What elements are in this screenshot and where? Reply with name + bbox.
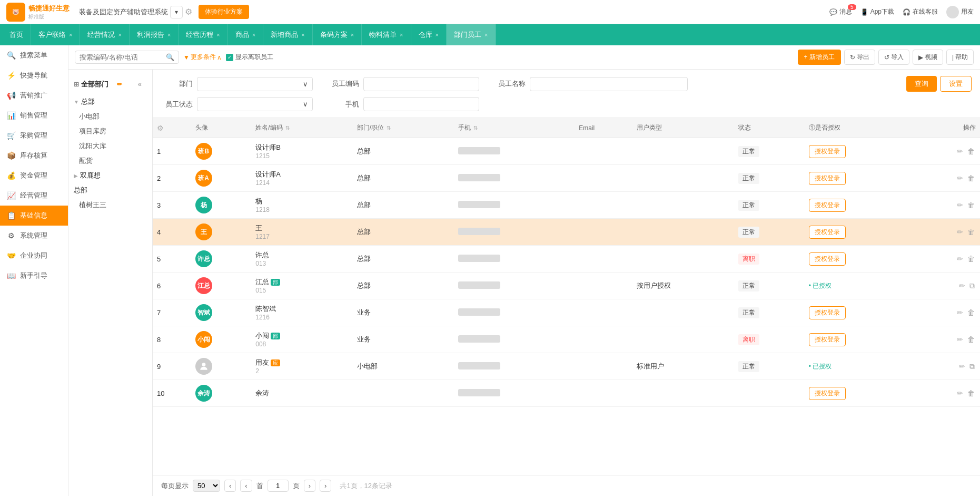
dept-collapse-icon[interactable]: « [133, 77, 147, 91]
page-number-input[interactable] [268, 480, 289, 492]
add-employee-btn[interactable]: + 新增员工 [798, 50, 841, 65]
delete-icon[interactable]: 🗑 [967, 228, 975, 236]
edit-icon[interactable]: ✏ [957, 255, 963, 263]
settings-icon[interactable]: ⚙ [185, 7, 192, 17]
app-download-btn[interactable]: 📱 App下载 [860, 7, 894, 16]
edit-icon[interactable]: ✏ [957, 147, 963, 155]
sidebar-item-collab[interactable]: 🤝 企业协同 [0, 246, 68, 266]
tab-operation[interactable]: 经营情况 × [80, 24, 129, 45]
dept-node-shenyang[interactable]: 沈阳大库 [68, 139, 152, 153]
dept-edit-icon[interactable]: ✏ [112, 77, 127, 91]
search-box[interactable]: 🔍 [75, 51, 179, 64]
sidebar-item-marketing[interactable]: 📢 营销推广 [0, 85, 68, 105]
emp-name-input[interactable] [530, 77, 688, 91]
sort-icon[interactable]: ⇅ [285, 125, 290, 131]
close-icon[interactable]: × [351, 32, 354, 38]
system-dropdown-btn[interactable]: ▾ [170, 6, 183, 18]
copy-icon[interactable]: ⧉ [969, 362, 975, 371]
edit-icon[interactable]: ✏ [957, 201, 963, 209]
edit-icon[interactable]: ✏ [959, 362, 965, 371]
authorize-btn[interactable]: 授权登录 [809, 226, 846, 239]
more-filter-btn[interactable]: ▼ 更多条件 ∧ [183, 53, 222, 62]
per-page-select[interactable]: 50 100 200 [193, 480, 220, 492]
tab-bom[interactable]: 物料清单 × [362, 24, 411, 45]
delete-icon[interactable]: 🗑 [967, 255, 975, 263]
sidebar-item-purchase[interactable]: 🛒 采购管理 [0, 125, 68, 145]
sidebar-item-bizmanage[interactable]: 📈 经营管理 [0, 186, 68, 206]
tab-barcode[interactable]: 条码方案 × [313, 24, 362, 45]
dept-group-zongbu[interactable]: ▼ 总部 [68, 94, 152, 109]
tab-customer[interactable]: 客户联络 × [31, 24, 80, 45]
tab-home[interactable]: 首页 [2, 24, 31, 45]
first-page-btn[interactable]: ‹ [224, 480, 236, 492]
emp-status-select[interactable]: ∨ [197, 97, 313, 111]
dept-group-zongbu2[interactable]: 总部 [68, 183, 152, 198]
sidebar-item-guide[interactable]: 📖 新手引导 [0, 266, 68, 286]
message-btn[interactable]: 💬 消息 5 [829, 7, 852, 16]
sort-icon[interactable]: ⇅ [473, 125, 478, 131]
search-input[interactable] [80, 53, 164, 61]
authorize-btn[interactable]: 授权登录 [809, 172, 846, 185]
export-btn[interactable]: ↻ 导出 [844, 50, 875, 65]
dept-node-peihuo[interactable]: 配货 [68, 153, 152, 168]
dept-node-xiaodibu[interactable]: 小电部 [68, 109, 152, 124]
search-submit-icon[interactable]: 🔍 [166, 53, 174, 61]
query-btn[interactable]: 查询 [906, 76, 937, 92]
close-icon[interactable]: × [301, 32, 304, 38]
dept-node-xiangmu[interactable]: 项目库房 [68, 124, 152, 139]
video-btn[interactable]: ▶ 视频 [913, 50, 943, 65]
edit-icon[interactable]: ✏ [957, 389, 963, 397]
sidebar-item-sales[interactable]: 📊 销售管理 [0, 105, 68, 125]
phone-input[interactable] [363, 97, 479, 111]
edit-icon[interactable]: ✏ [957, 308, 963, 317]
dept-select[interactable]: ∨ [197, 77, 313, 91]
delete-icon[interactable]: 🗑 [967, 335, 975, 344]
close-icon[interactable]: × [484, 32, 488, 38]
trial-btn[interactable]: 体验行业方案 [199, 5, 249, 19]
delete-icon[interactable]: 🗑 [967, 389, 975, 397]
prev-page-btn[interactable]: ‹ [240, 480, 252, 492]
import-btn[interactable]: ↺ 导入 [878, 50, 909, 65]
authorize-btn[interactable]: 授权登录 [809, 333, 846, 346]
sidebar-item-finance[interactable]: 💰 资金管理 [0, 166, 68, 186]
close-icon[interactable]: × [400, 32, 403, 38]
edit-icon[interactable]: ✏ [957, 174, 963, 182]
emp-code-input[interactable] [363, 77, 479, 91]
tab-goods[interactable]: 商品 × [228, 24, 263, 45]
delete-icon[interactable]: 🗑 [967, 308, 975, 317]
user-btn[interactable]: 用友 [946, 6, 974, 18]
delete-icon[interactable]: 🗑 [967, 201, 975, 209]
close-icon[interactable]: × [69, 32, 72, 38]
last-page-btn[interactable]: › [320, 480, 331, 492]
sidebar-item-inventory[interactable]: 📦 库存核算 [0, 145, 68, 166]
tab-add-goods[interactable]: 新增商品 × [263, 24, 312, 45]
edit-icon[interactable]: ✏ [957, 228, 963, 236]
show-resigned-toggle[interactable]: ✓ 显示离职员工 [226, 53, 273, 62]
dept-group-shuangluxiang[interactable]: ▶ 双鹿想 [68, 168, 152, 183]
set-btn[interactable]: 设置 [940, 76, 972, 92]
edit-icon[interactable]: ✏ [959, 281, 965, 290]
authorize-btn[interactable]: 授权登录 [809, 387, 846, 400]
help-btn[interactable]: | 帮助 [946, 50, 974, 65]
sidebar-item-search[interactable]: 🔍 搜索菜单 [0, 45, 68, 65]
delete-icon[interactable]: 🗑 [967, 174, 975, 182]
close-icon[interactable]: × [252, 32, 255, 38]
sidebar-item-system[interactable]: ⚙ 系统管理 [0, 226, 68, 246]
close-icon[interactable]: × [216, 32, 220, 38]
authorize-btn[interactable]: 授权登录 [809, 252, 846, 266]
gear-icon[interactable]: ⚙ [157, 124, 164, 132]
authorize-btn[interactable]: 授权登录 [809, 306, 846, 319]
tab-history[interactable]: 经营历程 × [179, 24, 227, 45]
next-page-btn[interactable]: › [304, 480, 315, 492]
dept-node-zhishu[interactable]: 植树王三 [68, 198, 152, 212]
sort-icon[interactable]: ⇅ [387, 125, 391, 131]
online-service-btn[interactable]: 🎧 在线客服 [903, 7, 938, 16]
sidebar-item-basic[interactable]: 📋 基础信息 [0, 206, 68, 226]
close-icon[interactable]: × [118, 32, 121, 38]
sidebar-item-quicknav[interactable]: ⚡ 快捷导航 [0, 65, 68, 85]
tab-profit[interactable]: 利润报告 × [130, 24, 179, 45]
tab-warehouse[interactable]: 仓库 × [411, 24, 447, 45]
authorize-btn[interactable]: 授权登录 [809, 145, 846, 158]
close-icon[interactable]: × [435, 32, 439, 38]
close-icon[interactable]: × [167, 32, 171, 38]
